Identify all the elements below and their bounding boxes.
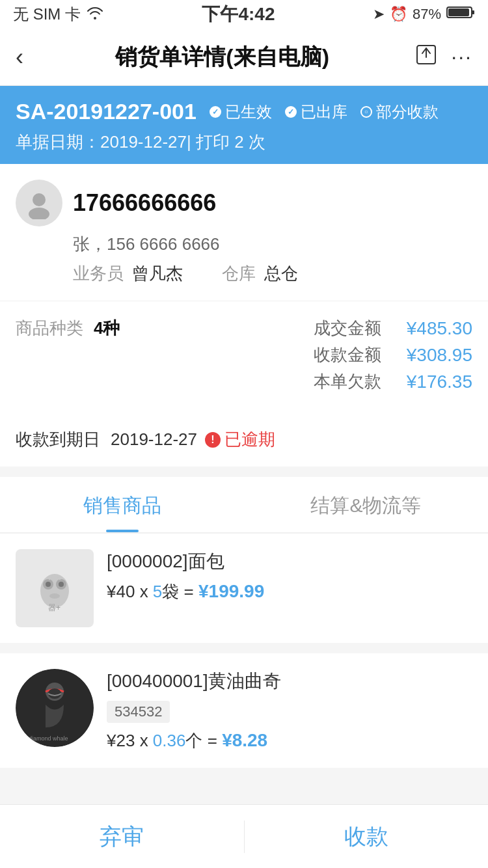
product-qty-2: 0.36 bbox=[153, 731, 186, 750]
svg-text:diamond whale: diamond whale bbox=[29, 735, 68, 742]
header-banner: SA-20191227-001 已生效 已出库 ○ 部分收款 单据日期：2019… bbox=[0, 86, 488, 164]
share-icon[interactable] bbox=[414, 43, 438, 71]
header-date-row: 单据日期：2019-12-27| 打印 2 次 bbox=[16, 131, 472, 154]
avatar bbox=[16, 180, 62, 226]
order-id-row: SA-20191227-001 已生效 已出库 ○ 部分收款 bbox=[16, 99, 472, 124]
warehouse-value: 总仓 bbox=[264, 264, 298, 283]
product-qty-1: 5 bbox=[153, 582, 162, 601]
svg-point-11 bbox=[49, 593, 60, 599]
svg-point-10 bbox=[59, 582, 64, 587]
badge-shipped-label: 已出库 bbox=[301, 102, 347, 122]
carrier-label: 无 SIM 卡 bbox=[13, 4, 81, 25]
product-equals-1: = bbox=[184, 582, 198, 601]
badge-partial: ○ 部分收款 bbox=[360, 102, 439, 122]
tab-sales-products[interactable]: 销售商品 bbox=[0, 477, 244, 532]
kinds-label: 商品种类 bbox=[16, 317, 83, 340]
badge-activated: 已生效 bbox=[210, 102, 272, 122]
overdue-section: 收款到期日 2019-12-27 ! 已逾期 bbox=[0, 413, 488, 467]
product-info-2: [000400001]黄油曲奇 534532 ¥23 x 0.36个 = ¥8.… bbox=[107, 669, 472, 752]
tabs-bar: 销售商品 结算&物流等 bbox=[0, 477, 488, 534]
warehouse: 仓库 总仓 bbox=[222, 262, 298, 285]
nav-bar: ‹ 销货单详情(来自电脑) ··· bbox=[0, 29, 488, 86]
svg-text:器+: 器+ bbox=[48, 603, 61, 612]
amount-deal-value: ¥485.30 bbox=[394, 318, 472, 339]
clock-icon: ○ bbox=[360, 106, 372, 118]
tab-sales-products-label: 销售商品 bbox=[83, 495, 161, 516]
product-item-2: diamond whale [000400001]黄油曲奇 534532 ¥23… bbox=[0, 653, 488, 768]
product-unit-2: 个 bbox=[185, 731, 202, 750]
customer-meta: 业务员 曾凡杰 仓库 总仓 bbox=[73, 262, 472, 285]
product-thumb-1: 器+ bbox=[16, 549, 94, 627]
product-list: 器+ [0000002]面包 ¥40 x 5袋 = ¥199.99 bbox=[0, 534, 488, 768]
product-item-1: 器+ [0000002]面包 ¥40 x 5袋 = ¥199.99 bbox=[0, 534, 488, 643]
product-multiply-2: x bbox=[140, 731, 153, 750]
back-button[interactable]: ‹ bbox=[9, 37, 30, 77]
header-print-info: | 打印 2 次 bbox=[187, 132, 265, 152]
badge-activated-label: 已生效 bbox=[225, 102, 272, 122]
order-id: SA-20191227-001 bbox=[16, 99, 197, 124]
overdue-label: 收款到期日 bbox=[16, 428, 100, 451]
header-date-value: 2019-12-27 bbox=[100, 132, 187, 152]
overdue-date: 2019-12-27 bbox=[111, 429, 197, 450]
product-multiply-1: x bbox=[140, 582, 153, 601]
badge-partial-label: 部分收款 bbox=[376, 102, 439, 122]
status-right: ➤ ⏰ 87% bbox=[373, 5, 475, 23]
status-bar: 无 SIM 卡 下午4:42 ➤ ⏰ 87% bbox=[0, 0, 488, 29]
product-thumb-2: diamond whale bbox=[16, 669, 94, 747]
kinds-value: 4种 bbox=[94, 317, 120, 340]
amount-deal-label: 成交金额 bbox=[314, 317, 381, 340]
product-price-2: ¥23 x 0.36个 = ¥8.28 bbox=[107, 729, 472, 752]
svg-point-5 bbox=[29, 208, 49, 219]
more-icon[interactable]: ··· bbox=[451, 45, 472, 69]
svg-rect-1 bbox=[472, 10, 474, 14]
svg-point-9 bbox=[46, 582, 51, 587]
check-icon-2 bbox=[285, 106, 297, 118]
header-date-label: 单据日期： bbox=[16, 132, 100, 152]
battery-icon bbox=[446, 5, 475, 23]
summary-section: 商品种类 4种 成交金额 ¥485.30 收款金额 ¥308.95 本单欠款 ¥… bbox=[0, 301, 488, 413]
sales-rep-value: 曾凡杰 bbox=[132, 264, 183, 283]
amount-deal: 成交金额 ¥485.30 bbox=[314, 317, 472, 340]
product-name-2: [000400001]黄油曲奇 bbox=[107, 669, 472, 694]
collect-payment-button[interactable]: 收款 bbox=[245, 809, 489, 865]
check-icon-1 bbox=[210, 106, 221, 118]
bottom-bar: 弃审 收款 bbox=[0, 804, 488, 868]
product-info-1: [0000002]面包 ¥40 x 5袋 = ¥199.99 bbox=[107, 549, 472, 603]
overdue-badge: ! 已逾期 bbox=[205, 428, 275, 451]
product-total-1: ¥199.99 bbox=[198, 581, 264, 601]
summary-right: 成交金额 ¥485.30 收款金额 ¥308.95 本单欠款 ¥176.35 bbox=[314, 317, 472, 397]
amount-owed-value: ¥176.35 bbox=[394, 372, 472, 392]
customer-row: 17666666666 bbox=[16, 180, 472, 226]
product-price-1: ¥40 x 5袋 = ¥199.99 bbox=[107, 580, 472, 603]
page-title: 销货单详情(来自电脑) bbox=[30, 42, 414, 72]
location-icon: ➤ bbox=[373, 6, 385, 23]
amount-received: 收款金额 ¥308.95 bbox=[314, 344, 472, 366]
battery-label: 87% bbox=[413, 6, 441, 23]
alarm-icon: ⏰ bbox=[390, 6, 407, 23]
customer-section: 17666666666 张，156 6666 6666 业务员 曾凡杰 仓库 总… bbox=[0, 164, 488, 301]
product-name-1: [0000002]面包 bbox=[107, 549, 472, 574]
badge-shipped: 已出库 bbox=[285, 102, 347, 122]
summary-left: 商品种类 4种 bbox=[16, 317, 120, 340]
svg-point-4 bbox=[33, 193, 46, 206]
amount-owed: 本单欠款 ¥176.35 bbox=[314, 370, 472, 393]
product-equals-2: = bbox=[208, 731, 222, 750]
overdue-badge-label: 已逾期 bbox=[224, 428, 275, 451]
status-time: 下午4:42 bbox=[202, 2, 275, 27]
svg-point-15 bbox=[48, 688, 61, 699]
wifi-icon bbox=[86, 5, 104, 23]
amount-received-label: 收款金额 bbox=[314, 344, 381, 366]
product-unit-1: 袋 bbox=[162, 582, 179, 601]
customer-phone: 17666666666 bbox=[73, 189, 216, 217]
product-base-price-1: ¥40 bbox=[107, 582, 135, 601]
abandon-review-button[interactable]: 弃审 bbox=[0, 809, 244, 865]
sales-rep: 业务员 曾凡杰 bbox=[73, 262, 183, 285]
customer-name-phone: 张，156 6666 6666 bbox=[73, 233, 472, 256]
nav-actions: ··· bbox=[414, 43, 472, 71]
warehouse-label: 仓库 bbox=[222, 264, 256, 283]
product-base-price-2: ¥23 bbox=[107, 731, 135, 750]
tab-settlement[interactable]: 结算&物流等 bbox=[244, 477, 488, 532]
status-left: 无 SIM 卡 bbox=[13, 4, 104, 25]
amount-received-value: ¥308.95 bbox=[394, 345, 472, 366]
exclaim-icon: ! bbox=[205, 432, 221, 448]
